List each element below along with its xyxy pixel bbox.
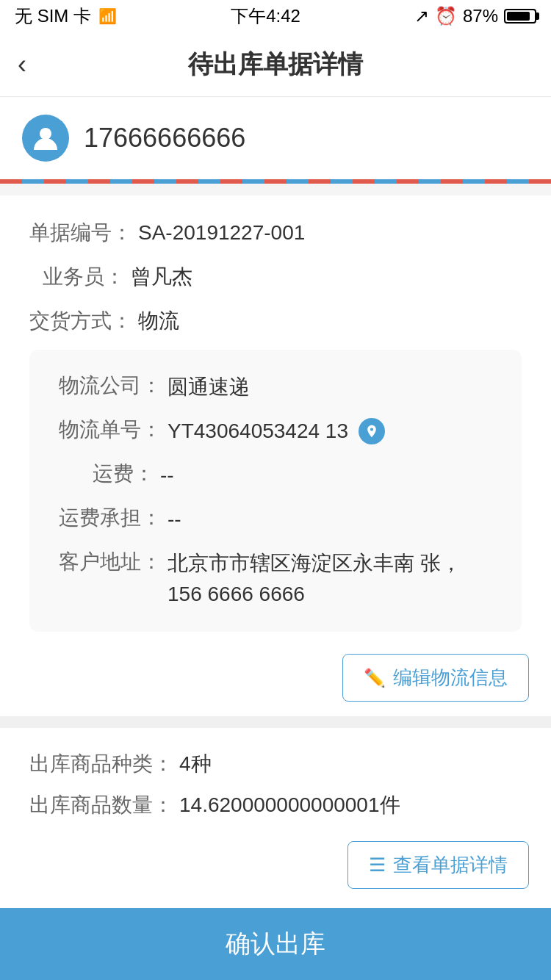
salesman-label: 业务员： [29, 262, 125, 292]
logistics-company-value: 圆通速递 [168, 372, 492, 403]
freight-label: 运费： [59, 460, 154, 488]
logistics-tracking-row: 物流单号： YT43064053424 13 [59, 416, 492, 447]
product-types-value: 4种 [179, 750, 212, 778]
freight-bear-value: -- [168, 504, 492, 535]
user-icon [31, 123, 60, 153]
alarm-icon: ⏰ [435, 6, 457, 26]
nav-bar: ‹ 待出库单据详情 [0, 32, 551, 97]
edit-btn-label: 编辑物流信息 [393, 665, 508, 691]
address-label: 客户地址： [59, 548, 162, 576]
freight-row: 运费： -- [59, 460, 492, 491]
main-content: 17666666666 单据编号： SA-20191227-001 业务员： 曾… [0, 97, 551, 980]
order-no-label: 单据编号： [29, 217, 132, 248]
freight-value: -- [160, 460, 492, 491]
logistics-company-row: 物流公司： 圆通速递 [59, 372, 492, 403]
view-detail-icon: ☰ [369, 854, 386, 876]
order-info-section: 单据编号： SA-20191227-001 业务员： 曾凡杰 交货方式： 物流 … [0, 195, 551, 654]
track-location-button[interactable] [359, 418, 385, 444]
back-button[interactable]: ‹ [18, 49, 26, 80]
confirm-button[interactable]: 确认出库 [0, 908, 551, 980]
carrier-text: 无 SIM 卡 [15, 4, 91, 28]
view-btn-row: ☰ 查看单据详情 [0, 841, 551, 911]
address-row: 客户地址： 北京市市辖区海淀区永丰南 张，156 6666 6666 [59, 548, 492, 610]
salesman-value: 曾凡杰 [131, 262, 522, 292]
product-quantity-label: 出库商品数量： [29, 791, 173, 819]
order-no-row: 单据编号： SA-20191227-001 [29, 217, 522, 248]
product-section: 出库商品种类： 4种 出库商品数量： 14.620000000000001件 [0, 728, 551, 841]
delivery-row: 交货方式： 物流 [29, 306, 522, 336]
logistics-tracking-number: YT43064053424 13 [168, 416, 348, 447]
edit-logistics-button[interactable]: ✏️ 编辑物流信息 [342, 654, 529, 702]
status-bar: 无 SIM 卡 📶 下午4:42 ↗ ⏰ 87% [0, 0, 551, 32]
status-left: 无 SIM 卡 📶 [15, 4, 117, 28]
page-title: 待出库单据详情 [188, 48, 363, 82]
logistics-company-label: 物流公司： [59, 372, 162, 400]
dashed-divider [0, 179, 551, 184]
status-time: 下午4:42 [231, 4, 300, 28]
location-status-icon: ↗ [414, 6, 429, 26]
salesman-row: 业务员： 曾凡杰 [29, 262, 522, 292]
edit-btn-row: ✏️ 编辑物流信息 [0, 654, 551, 716]
confirm-btn-label: 确认出库 [226, 927, 325, 961]
logistics-tracking-value-container: YT43064053424 13 [168, 416, 492, 447]
product-quantity-row: 出库商品数量： 14.620000000000001件 [29, 791, 522, 819]
wifi-icon: 📶 [98, 7, 117, 25]
delivery-label: 交货方式： [29, 306, 132, 336]
product-types-row: 出库商品种类： 4种 [29, 750, 522, 778]
freight-bear-row: 运费承担： -- [59, 504, 492, 535]
logistics-card: 物流公司： 圆通速递 物流单号： YT43064053424 13 运费： -- [29, 350, 522, 632]
delivery-value: 物流 [138, 306, 522, 336]
user-section: 17666666666 [0, 97, 551, 179]
view-detail-button[interactable]: ☰ 查看单据详情 [347, 841, 529, 889]
svg-point-0 [40, 128, 51, 140]
avatar [22, 115, 69, 162]
freight-bear-label: 运费承担： [59, 504, 162, 532]
product-quantity-value: 14.620000000000001件 [179, 791, 400, 819]
edit-icon: ✏️ [364, 668, 386, 688]
map-pin-icon [364, 424, 379, 439]
section-divider [0, 716, 551, 728]
order-no-value: SA-20191227-001 [138, 217, 522, 248]
battery-icon [504, 9, 536, 24]
product-types-label: 出库商品种类： [29, 750, 173, 778]
address-value: 北京市市辖区海淀区永丰南 张，156 6666 6666 [168, 548, 492, 610]
battery-text: 87% [463, 6, 498, 26]
view-detail-label: 查看单据详情 [393, 852, 508, 878]
logistics-tracking-label: 物流单号： [59, 416, 162, 444]
status-right: ↗ ⏰ 87% [414, 6, 536, 26]
user-phone: 17666666666 [84, 123, 245, 154]
